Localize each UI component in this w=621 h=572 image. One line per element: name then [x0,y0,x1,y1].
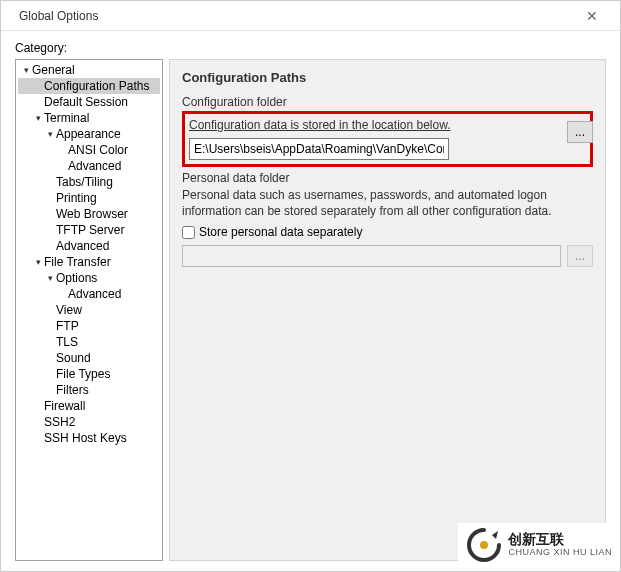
tree-label: Firewall [44,398,85,414]
tree-label: TLS [56,334,78,350]
tree-label: Configuration Paths [44,78,149,94]
watermark-en: CHUANG XIN HU LIAN [508,548,612,558]
ellipsis-icon: ... [575,249,585,263]
watermark-logo-icon [466,527,502,563]
tree-appearance[interactable]: ▾ Appearance [18,126,160,142]
tree-label: Advanced [68,158,121,174]
settings-panel: Configuration Paths Configuration folder… [169,59,606,561]
category-label: Category: [15,41,606,55]
content-area: Category: ▾ General [1,31,620,571]
tree-options[interactable]: ▾ Options [18,270,160,286]
tree-label: Printing [56,190,97,206]
store-separately-label: Store personal data separately [199,225,362,239]
store-separately-checkbox-row[interactable]: Store personal data separately [182,225,593,239]
tree-label: Terminal [44,110,89,126]
close-icon: ✕ [586,8,598,24]
tree-label: File Types [56,366,110,382]
tree-label: Web Browser [56,206,128,222]
tree-label: View [56,302,82,318]
tree-configuration-paths[interactable]: Configuration Paths [18,78,160,94]
chevron-down-icon: ▾ [20,62,32,78]
chevron-down-icon: ▾ [44,126,56,142]
tree-terminal-advanced[interactable]: Advanced [18,238,160,254]
tree-label: ANSI Color [68,142,128,158]
tree-tabs-tiling[interactable]: Tabs/Tiling [18,174,160,190]
config-path-input[interactable] [189,138,449,160]
tree-label: Advanced [68,286,121,302]
tree-label: SSH Host Keys [44,430,127,446]
tree-label: SSH2 [44,414,75,430]
svg-point-0 [480,541,488,549]
tree-default-session[interactable]: Default Session [18,94,160,110]
tree-label: FTP [56,318,79,334]
personal-folder-group: Personal data folder Personal data such … [182,171,593,267]
tree-label: TFTP Server [56,222,124,238]
tree-tftp-server[interactable]: TFTP Server [18,222,160,238]
personal-folder-desc: Personal data such as usernames, passwor… [182,187,593,219]
tree-firewall[interactable]: Firewall [18,398,160,414]
category-tree-panel[interactable]: ▾ General Configuration Paths [15,59,163,561]
panel-title: Configuration Paths [182,70,593,85]
tree-printing[interactable]: Printing [18,190,160,206]
tree-web-browser[interactable]: Web Browser [18,206,160,222]
tree-sound[interactable]: Sound [18,350,160,366]
tree-filters[interactable]: Filters [18,382,160,398]
tree-label: Options [56,270,97,286]
titlebar: Global Options ✕ [1,1,620,31]
ellipsis-icon: ... [575,125,585,139]
global-options-window: Global Options ✕ Category: ▾ General [0,0,621,572]
tree-tls[interactable]: TLS [18,334,160,350]
tree-label: Tabs/Tiling [56,174,113,190]
tree-general[interactable]: ▾ General [18,62,160,78]
close-button[interactable]: ✕ [572,1,612,31]
chevron-down-icon: ▾ [32,254,44,270]
watermark-text: 创新互联 CHUANG XIN HU LIAN [508,532,612,557]
main-split: ▾ General Configuration Paths [15,59,606,561]
tree-label: Advanced [56,238,109,254]
config-folder-label: Configuration folder [182,95,593,109]
tree-file-transfer[interactable]: ▾ File Transfer [18,254,160,270]
tree-ftp[interactable]: FTP [18,318,160,334]
personal-folder-label: Personal data folder [182,171,593,185]
watermark-cn: 创新互联 [508,532,612,547]
browse-personal-button: ... [567,245,593,267]
tree-label: Appearance [56,126,121,142]
tree-terminal[interactable]: ▾ Terminal [18,110,160,126]
tree-file-types[interactable]: File Types [18,366,160,382]
tree-label: General [32,62,75,78]
tree-ssh2[interactable]: SSH2 [18,414,160,430]
category-tree: ▾ General Configuration Paths [18,62,160,446]
chevron-down-icon: ▾ [44,270,56,286]
chevron-down-icon: ▾ [32,110,44,126]
tree-label: Default Session [44,94,128,110]
tree-label: Filters [56,382,89,398]
tree-options-advanced[interactable]: Advanced [18,286,160,302]
browse-config-button[interactable]: ... [567,121,593,143]
config-folder-group: Configuration folder Configuration data … [182,95,593,143]
tree-view[interactable]: View [18,302,160,318]
watermark: 创新互联 CHUANG XIN HU LIAN [458,523,620,567]
tree-ssh-host-keys[interactable]: SSH Host Keys [18,430,160,446]
tree-label: File Transfer [44,254,111,270]
tree-ansi-color[interactable]: ANSI Color [18,142,160,158]
tree-appearance-advanced[interactable]: Advanced [18,158,160,174]
window-title: Global Options [9,9,572,23]
tree-label: Sound [56,350,91,366]
store-separately-checkbox[interactable] [182,226,195,239]
personal-path-row: ... [182,245,593,267]
personal-path-input [182,245,561,267]
